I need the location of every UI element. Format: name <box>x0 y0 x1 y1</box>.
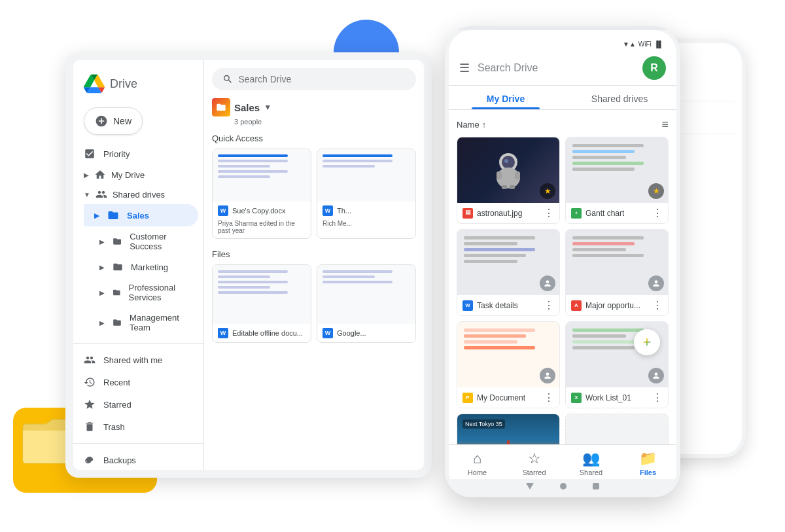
fab-add-button[interactable]: + <box>634 329 660 355</box>
sidebar-divider-2 <box>73 443 203 444</box>
my-drive-label: My Drive <box>111 170 145 180</box>
backups-icon <box>84 454 96 466</box>
sort-label[interactable]: Name ↑ <box>457 120 486 130</box>
sidebar-item-recent[interactable]: Recent <box>73 371 203 393</box>
status-wifi: WiFi <box>638 41 652 48</box>
worklist-type-icon: X <box>571 393 582 403</box>
phone-file-card-tokyo[interactable]: Next Tokyo 35 🖼 Next Tokyo 35 ⋮ <box>457 414 560 444</box>
files-nav-label: Files <box>640 469 656 476</box>
files-grid: W Editable offline docu... W Google... <box>212 264 416 343</box>
major-file-info: A Major opportu... ⋮ <box>566 295 668 315</box>
phone-file-card-major[interactable]: A Major opportu... ⋮ <box>565 229 669 316</box>
file-1-type-icon: W <box>218 328 228 338</box>
astronaut-thumb: ★ <box>457 137 559 203</box>
file-2-name: Google... <box>337 329 366 337</box>
sidebar-item-marketing[interactable]: ▶ Marketing <box>84 257 203 277</box>
main-content: Sales ▼ 3 people Quick Access W Su <box>204 60 424 470</box>
sidebar-item-shared-drives[interactable]: ▼ Shared drives <box>73 185 203 204</box>
sidebar-item-backups[interactable]: Backups <box>73 449 203 470</box>
starred-icon <box>84 399 96 410</box>
nav-home[interactable]: ⌂ Home <box>449 450 506 476</box>
file-2-type-icon: W <box>323 328 333 338</box>
mydoc-name: My Document <box>477 393 525 402</box>
professional-services-label: Professional Services <box>129 283 193 302</box>
qa-card-2-preview <box>317 149 415 202</box>
gantt-file-info: + Gantt chart ⋮ <box>566 203 668 223</box>
management-team-label: Management Team <box>130 313 193 332</box>
hamburger-button[interactable]: ☰ <box>459 61 470 75</box>
phone-search-input[interactable]: Search Drive <box>478 62 635 74</box>
major-name: Major opportu... <box>585 301 640 310</box>
sidebar-item-sales[interactable]: ▶ Sales <box>84 204 198 226</box>
recents-button[interactable] <box>593 483 599 489</box>
shared-with-me-label: Shared with me <box>103 355 162 365</box>
nav-shared[interactable]: 👥 Shared <box>563 450 619 476</box>
phone-file-card-gantt[interactable]: ★ + Gantt chart ⋮ <box>565 137 669 224</box>
phone-status-bar: ▼▲ WiFi ▐▌ <box>449 30 676 51</box>
sidebar-item-starred[interactable]: Starred <box>73 393 203 416</box>
phone-file-card-task[interactable]: W Task details ⋮ <box>457 229 560 316</box>
mydoc-shared-avatar <box>540 368 555 383</box>
sidebar-item-professional-services[interactable]: ▶ Professional Services <box>84 277 203 308</box>
worklist-more-button[interactable]: ⋮ <box>652 391 663 404</box>
quick-access-grid: W Sue's Copy.docx Priya Sharma edited in… <box>212 149 416 239</box>
task-type-icon: W <box>462 300 473 311</box>
file-1-name: Editable offline docu... <box>232 329 303 337</box>
task-name: Task details <box>477 301 518 310</box>
phone-file-card-astronaut[interactable]: ★ 🖼 astronaut.jpg ⋮ <box>457 137 560 224</box>
gantt-type-icon: + <box>571 208 582 219</box>
home-button[interactable] <box>560 483 567 489</box>
list-view-toggle[interactable]: ≡ <box>661 118 669 132</box>
folder-header: Sales ▼ <box>212 98 416 116</box>
astronaut-file-info: 🖼 astronaut.jpg ⋮ <box>457 203 559 223</box>
svg-rect-4 <box>515 171 520 179</box>
file-card-2[interactable]: W Google... <box>317 264 416 343</box>
phone-bottom-nav: ⌂ Home ☆ Starred 👥 Shared 📁 Files <box>449 444 676 479</box>
tokyo-thumb: Next Tokyo 35 <box>457 414 559 444</box>
mydoc-more-button[interactable]: ⋮ <box>544 391 554 404</box>
laptop-search-input[interactable] <box>238 74 406 84</box>
qa-card-2-name: Th... <box>337 207 351 215</box>
svg-rect-6 <box>510 185 515 189</box>
file-card-1[interactable]: W Editable offline docu... <box>212 264 311 343</box>
sales-arrow: ▶ <box>94 212 99 219</box>
laptop-search-bar[interactable] <box>212 68 416 90</box>
qa-card-2[interactable]: W Th... Rich Me... <box>317 149 416 239</box>
nav-starred[interactable]: ☆ Starred <box>506 450 563 476</box>
major-thumb <box>566 230 668 295</box>
worklist-name: Work List_01 <box>585 393 631 402</box>
marketing-folder-icon <box>113 262 123 272</box>
sidebar-item-my-drive[interactable]: ▶ My Drive <box>73 165 203 185</box>
qa-card-2-type-icon: W <box>323 205 333 216</box>
shared-drives-label: Shared drives <box>113 190 165 200</box>
qa-card-1[interactable]: W Sue's Copy.docx Priya Sharma edited in… <box>212 149 311 239</box>
back-button[interactable] <box>526 483 534 489</box>
sidebar: Drive New Priority ▶ My Drive ▼ Shar <box>73 60 204 470</box>
my-drive-icon <box>94 169 106 181</box>
new-button[interactable]: New <box>84 107 143 135</box>
astronaut-more-button[interactable]: ⋮ <box>544 207 554 219</box>
nav-files[interactable]: 📁 Files <box>619 450 676 476</box>
phone-file-card-mydoc[interactable]: P My Document ⋮ <box>457 321 560 408</box>
task-more-button[interactable]: ⋮ <box>544 299 554 311</box>
file-card-2-preview <box>317 265 415 324</box>
sidebar-item-customer-success[interactable]: ▶ Customer Success <box>84 226 203 257</box>
phone-header: ☰ Search Drive R <box>449 51 676 86</box>
folder-dropdown[interactable]: ▼ <box>264 103 271 112</box>
qa-card-1-name: Sue's Copy.docx <box>232 207 285 215</box>
phone-file-card-worklist[interactable]: X Work List_01 ⋮ + <box>565 321 669 408</box>
mydoc-type-icon: P <box>462 393 473 403</box>
drive-logo-text: Drive <box>110 77 137 91</box>
gantt-more-button[interactable]: ⋮ <box>652 207 663 219</box>
trash-icon <box>84 421 96 433</box>
sidebar-item-shared-with-me[interactable]: Shared with me <box>73 349 203 371</box>
tab-my-drive[interactable]: My Drive <box>449 86 563 109</box>
sidebar-item-trash[interactable]: Trash <box>73 416 203 438</box>
user-avatar[interactable]: R <box>642 56 666 80</box>
major-more-button[interactable]: ⋮ <box>652 299 663 311</box>
files-nav-icon: 📁 <box>639 450 657 467</box>
sidebar-item-management-team[interactable]: ▶ Management Team <box>84 308 203 338</box>
tab-shared-drives[interactable]: Shared drives <box>563 86 676 109</box>
shared-nav-icon: 👥 <box>582 450 600 467</box>
sidebar-item-priority[interactable]: Priority <box>73 143 203 165</box>
